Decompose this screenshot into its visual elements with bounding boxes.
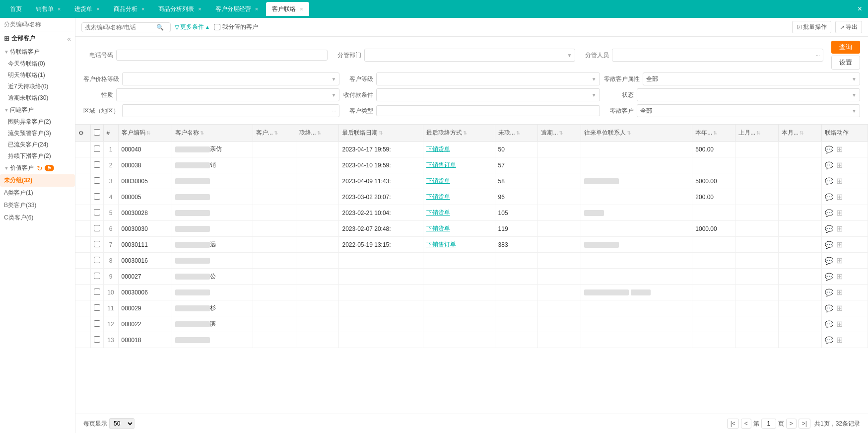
row-checkbox[interactable] — [94, 225, 100, 231]
col-code[interactable]: 客户编码⇅ — [118, 125, 172, 142]
col-last-method[interactable]: 最后联络方式⇅ — [423, 125, 495, 142]
next-page-btn[interactable]: > — [786, 419, 797, 429]
col-colleague[interactable]: 往来单位联系人⇅ — [581, 125, 692, 142]
customer-type-input[interactable] — [376, 105, 600, 116]
grid-action-icon[interactable]: ⊞ — [836, 319, 843, 329]
phone-input[interactable] — [116, 50, 328, 61]
row-checkbox[interactable] — [94, 336, 100, 343]
sidebar-item-c-class[interactable]: C类客户(6) — [0, 212, 75, 224]
chat-icon[interactable]: 💬 — [825, 225, 833, 233]
chat-icon[interactable]: 💬 — [825, 241, 833, 249]
last-page-btn[interactable]: >| — [799, 419, 810, 429]
query-button[interactable]: 查询 — [831, 41, 860, 54]
tab-purchase[interactable]: 进货单 × — [68, 2, 105, 16]
chat-icon[interactable]: 💬 — [825, 145, 833, 153]
grid-action-icon[interactable]: ⊞ — [836, 303, 843, 313]
customer-contact-tab-close[interactable]: × — [300, 6, 303, 12]
product-analysis-tab-close[interactable]: × — [141, 6, 144, 12]
chat-icon[interactable]: 💬 — [825, 177, 833, 185]
grid-action-icon[interactable]: ⊞ — [836, 256, 843, 265]
sales-tab-close[interactable]: × — [58, 6, 61, 12]
grid-action-icon[interactable]: ⊞ — [836, 240, 843, 249]
grid-action-icon[interactable]: ⊞ — [836, 272, 843, 281]
dept-select[interactable]: ▼ — [364, 49, 576, 62]
tab-sales[interactable]: 销售单 × — [30, 2, 67, 16]
product-list-tab-close[interactable]: × — [198, 6, 201, 12]
batch-ops-button[interactable]: ☑ 批量操作 — [792, 21, 831, 33]
chat-icon[interactable]: 💬 — [825, 273, 833, 281]
refresh-icon[interactable]: ↻ — [37, 164, 43, 172]
sidebar-item-7days[interactable]: 近7天待联络(0) — [0, 81, 75, 92]
col-this-month[interactable]: 本月...⇅ — [779, 125, 822, 142]
sidebar-item-churned[interactable]: 已流失客户(24) — [0, 139, 75, 150]
sidebar-search-input[interactable] — [4, 21, 75, 28]
row-checkbox[interactable] — [94, 241, 100, 247]
sidebar-item-today[interactable]: 今天待联络(0) — [0, 58, 75, 70]
last-method-link[interactable]: 下销货单 — [426, 193, 450, 200]
sidebar-item-tomorrow[interactable]: 明天待联络(1) — [0, 70, 75, 81]
col-last-month[interactable]: 上月...⇅ — [735, 125, 779, 142]
tab-product-list[interactable]: 商品分析列表 × — [152, 2, 207, 16]
problem-customers-group[interactable]: ▼ 问题客户 — [0, 104, 75, 116]
row-checkbox[interactable] — [94, 161, 100, 168]
row-checkbox[interactable] — [94, 177, 100, 184]
my-customers-checkbox[interactable] — [214, 24, 220, 30]
tab-home[interactable]: 首页 — [4, 2, 28, 16]
sidebar-item-declining[interactable]: 持续下滑客户(2) — [0, 150, 75, 162]
last-method-link[interactable]: 下销货单 — [426, 177, 450, 184]
row-checkbox[interactable] — [94, 289, 100, 295]
grid-action-icon[interactable]: ⊞ — [836, 144, 843, 154]
sidebar-item-overdue[interactable]: 逾期未联络(30) — [0, 92, 75, 104]
grid-action-icon[interactable]: ⊞ — [836, 335, 843, 345]
retail-attr-select[interactable]: 全部 ▼ — [643, 72, 860, 85]
first-page-btn[interactable]: |< — [727, 419, 739, 429]
chat-icon[interactable]: 💬 — [825, 320, 833, 328]
last-method-link[interactable]: 下销售订单 — [426, 241, 456, 248]
col-last-date[interactable]: 最后联络日期⇅ — [339, 125, 423, 142]
retail-customer-select[interactable]: 全部 ▼ — [637, 104, 860, 117]
col-contact[interactable]: 联络...⇅ — [296, 125, 339, 142]
prev-page-btn[interactable]: < — [741, 419, 751, 429]
customer-grade-select[interactable]: ▼ — [376, 72, 600, 85]
status-select[interactable]: ▼ — [637, 88, 860, 101]
sidebar-item-ungroup[interactable]: 未分组(32) — [0, 174, 75, 187]
reset-button[interactable]: 设置 — [831, 56, 860, 70]
region-select[interactable]: ··· — [122, 104, 339, 117]
page-size-select[interactable]: 50 100 200 — [109, 418, 134, 429]
chat-icon[interactable]: 💬 — [825, 289, 833, 296]
row-checkbox[interactable] — [94, 193, 100, 200]
chat-icon[interactable]: 💬 — [825, 257, 833, 265]
col-type[interactable]: 客户...⇅ — [253, 125, 296, 142]
page-number-input[interactable] — [761, 419, 776, 429]
sidebar-item-b-class[interactable]: B类客户(33) — [0, 199, 75, 212]
select-all-checkbox[interactable] — [94, 129, 100, 136]
price-grade-select[interactable]: ▼ — [122, 72, 339, 85]
last-method-link[interactable]: 下销货单 — [426, 145, 450, 152]
col-this-year[interactable]: 本年...⇅ — [692, 125, 735, 142]
payment-select[interactable]: ▼ — [376, 88, 600, 101]
row-checkbox[interactable] — [94, 209, 100, 216]
chat-icon[interactable]: 💬 — [825, 161, 833, 169]
grid-action-icon[interactable]: ⊞ — [836, 208, 843, 217]
chat-icon[interactable]: 💬 — [825, 193, 833, 201]
filter-more-btn[interactable]: ▽ 更多条件 ▲ — [175, 23, 210, 31]
filter-search-icon[interactable]: 🔍 — [156, 24, 164, 31]
tab-product-analysis[interactable]: 商品分析 × — [108, 2, 150, 16]
col-uncontacted[interactable]: 未联...⇅ — [495, 125, 538, 142]
waiting-contact-group[interactable]: ▼ 待联络客户 — [0, 46, 75, 58]
grid-action-icon[interactable]: ⊞ — [836, 224, 843, 233]
grid-action-icon[interactable]: ⊞ — [836, 192, 843, 202]
col-settings[interactable]: ⚙ — [75, 125, 90, 142]
tab-customer-tier[interactable]: 客户分层经营 × — [209, 2, 264, 16]
row-checkbox[interactable] — [94, 320, 100, 327]
grid-action-icon[interactable]: ⊞ — [836, 176, 843, 186]
sidebar-item-hoarding[interactable]: 囤购异常客户(2) — [0, 116, 75, 128]
last-method-link[interactable]: 下销货单 — [426, 225, 450, 232]
col-overdue[interactable]: 逾期...⇅ — [538, 125, 581, 142]
sidebar-item-a-class[interactable]: A类客户(1) — [0, 187, 75, 199]
col-name[interactable]: 客户名称⇅ — [172, 125, 253, 142]
sidebar-collapse-icon[interactable]: « — [67, 35, 71, 43]
chat-icon[interactable]: 💬 — [825, 336, 833, 344]
manager-select[interactable]: ··· — [612, 49, 823, 62]
last-method-link[interactable]: 下销售订单 — [426, 161, 456, 168]
